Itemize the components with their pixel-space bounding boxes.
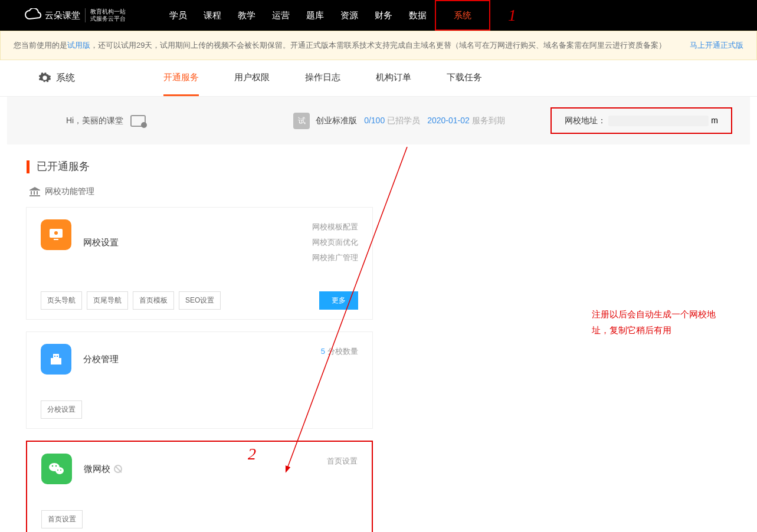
home-template-button[interactable]: 首页模板 [133,291,174,310]
branch-settings-button[interactable]: 分校设置 [41,400,82,419]
footer-nav-button[interactable]: 页尾导航 [87,291,128,310]
idcard-icon[interactable] [130,115,146,127]
link-home-settings[interactable]: 首页设置 [327,454,358,469]
page-title: 系统 [56,71,75,85]
annotation-2: 2 [248,442,256,467]
school-url-box: 网校地址： m [550,107,732,134]
tab-services[interactable]: 开通服务 [163,60,199,97]
nav-question[interactable]: 题库 [298,0,332,31]
school-url-suffix: m [711,114,718,127]
svg-point-2 [54,231,58,235]
branch-count[interactable]: 5分校数量 [321,344,358,359]
nav-resource[interactable]: 资源 [332,0,366,31]
student-ratio-label: 已招学员 [387,114,420,127]
trial-alert: 您当前使用的是 试用版 ，还可以试用29天，试用期间上传的视频不会被长期保留。开… [0,31,757,60]
alert-upgrade-link[interactable]: 马上开通正式版 [690,40,743,51]
card-micro-school: 微网校 首页设置 首页设置 [26,441,373,532]
more-button[interactable]: 更多 [319,291,358,310]
top-nav: 学员 课程 教学 运营 题库 资源 财务 数据 系统 [161,0,490,31]
svg-rect-4 [51,358,54,364]
svg-rect-3 [53,354,59,364]
nav-courses[interactable]: 课程 [195,0,230,31]
alert-text-prefix: 您当前使用的是 [14,40,67,51]
section-accent [27,160,30,173]
wechat-icon [41,454,72,484]
card-branch-manage: 分校管理 5分校数量 分校设置 [26,331,373,429]
svg-rect-6 [54,356,55,357]
trial-badge-icon: 试 [293,113,310,129]
expire-date-label: 服务到期 [472,114,505,127]
svg-rect-5 [58,358,61,364]
nav-finance[interactable]: 财务 [366,0,401,31]
section-title: 已开通服务 [37,159,90,175]
cloud-icon [24,8,42,22]
alert-trial-link[interactable]: 试用版 [67,40,90,51]
expire-date: 2020-01-02 [427,114,470,127]
info-bar: Hi，美丽的课堂 试 创业标准版 0/100 已招学员 2020-01-02 服… [7,97,750,145]
link-template-config[interactable]: 网校模板配置 [312,219,358,235]
card-title: 分校管理 [83,344,119,375]
tab-logs[interactable]: 操作日志 [305,60,340,97]
link-promo-manage[interactable]: 网校推广管理 [312,250,358,265]
card-title: 网校设置 [83,219,119,265]
top-navbar: 云朵课堂 教育机构一站式服务云平台 学员 课程 教学 运营 题库 资源 财务 数… [0,0,757,31]
card-school-settings: 网校设置 网校模板配置 网校页面优化 网校推广管理 页头导航 页尾导航 首页模板… [26,207,373,320]
card-title: 微网校 [84,454,122,484]
school-url-label: 网校地址： [565,114,606,127]
bank-icon [30,187,40,196]
subnav-row: 系统 开通服务 用户权限 操作日志 机构订单 下载任务 [0,60,757,97]
link-page-optimize[interactable]: 网校页面优化 [312,235,358,250]
svg-point-12 [57,469,58,471]
svg-point-9 [55,467,64,474]
sub-nav: 开通服务 用户权限 操作日志 机构订单 下载任务 [163,60,517,97]
alert-text-mid: ，还可以试用29天，试用期间上传的视频不会被长期保留。开通正式版本需联系技术支持… [90,40,666,51]
forbid-icon [114,465,122,473]
building-icon [41,344,71,375]
brand-logo[interactable]: 云朵课堂 教育机构一站式服务云平台 [24,8,126,22]
nav-teaching[interactable]: 教学 [230,0,264,31]
svg-point-11 [55,465,57,467]
gear-icon [38,71,56,84]
tab-orders[interactable]: 机构订单 [376,60,411,97]
brand-name: 云朵课堂 [45,9,80,22]
svg-rect-1 [54,239,58,240]
nav-data[interactable]: 数据 [401,0,435,31]
group-title: 网校功能管理 [45,185,94,198]
svg-point-10 [52,465,54,467]
header-nav-button[interactable]: 页头导航 [41,291,82,310]
plan-name: 创业标准版 [316,114,357,127]
tab-permissions[interactable]: 用户权限 [234,60,270,97]
home-settings-button[interactable]: 首页设置 [41,510,83,528]
greeting: Hi，美丽的课堂 [66,114,123,127]
content: 注册以后会自动生成一个网校地址，复制它稍后有用 已开通服务 网校功能管理 网校设… [0,159,757,532]
svg-point-13 [60,469,61,471]
monitor-icon [41,219,71,250]
annotation-1: 1 [508,3,516,28]
nav-operate[interactable]: 运营 [264,0,298,31]
school-url-value[interactable] [608,116,709,126]
student-ratio: 0/100 [364,114,385,127]
nav-students[interactable]: 学员 [161,0,195,31]
svg-rect-7 [57,356,58,357]
cards-grid: 网校设置 网校模板配置 网校页面优化 网校推广管理 页头导航 页尾导航 首页模板… [18,207,739,532]
seo-settings-button[interactable]: SEO设置 [179,291,221,310]
brand-sub: 教育机构一站式服务云平台 [85,8,126,22]
tab-downloads[interactable]: 下载任务 [447,60,482,97]
annotation-note: 注册以后会自动生成一个网校地址，复制它稍后有用 [592,306,727,338]
nav-system[interactable]: 系统 [435,0,490,31]
